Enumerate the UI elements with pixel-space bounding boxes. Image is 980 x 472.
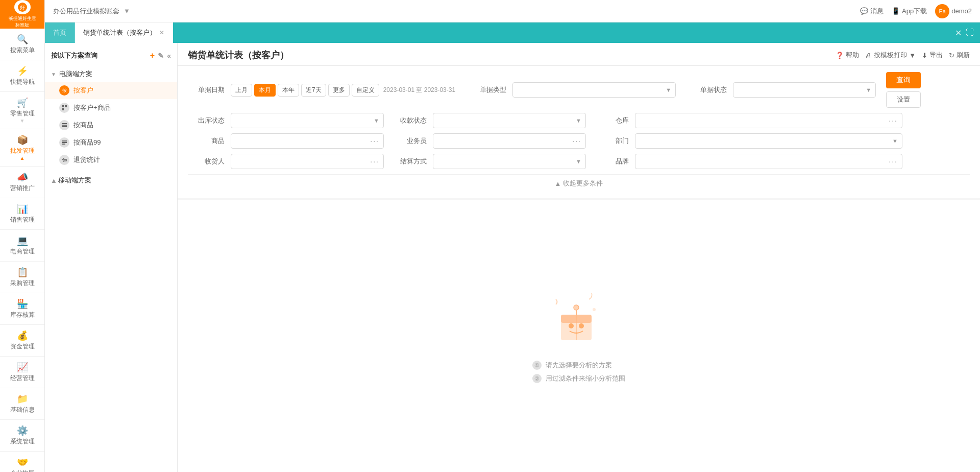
tip-1-num: ① (532, 361, 542, 370)
last-month-btn[interactable]: 上月 (231, 84, 252, 97)
this-month-btn[interactable]: 本月 (254, 84, 276, 97)
sidebar-item-search[interactable]: 🔍 搜索菜单 (0, 29, 44, 60)
salesperson-label: 业务员 (390, 136, 427, 146)
page-actions: ❓ 帮助 🖨 按模板打印 ▼ ⬇ 导出 ↻ 刷新 (836, 51, 970, 60)
pc-scheme-arrow: ▼ (51, 72, 56, 77)
brand-label: 品牌 (592, 157, 629, 166)
tab-home[interactable]: 首页 (45, 22, 75, 43)
last-7-btn[interactable]: 近7天 (301, 84, 326, 97)
sidebar-item-purchase[interactable]: 📋 采购管理 (0, 262, 44, 293)
by-customer-product-label: 按客户+商品 (74, 103, 111, 112)
warehouse-select[interactable]: ··· (635, 113, 902, 128)
product-select[interactable]: ··· (231, 133, 384, 149)
brand-dots-icon: ··· (889, 157, 898, 166)
brand-select[interactable]: ··· (635, 154, 902, 169)
message-btn[interactable]: 💬 消息 (860, 7, 884, 16)
settlement-arrow-icon: ▼ (576, 158, 581, 164)
sidebar-item-system[interactable]: ⚙️ 系统管理 (0, 420, 44, 452)
sidebar-item-sales-mgr[interactable]: 📊 销售管理 (0, 198, 44, 230)
bill-status-select[interactable]: ▼ (733, 82, 876, 98)
logo-text: 畅捷通好生意 (9, 15, 36, 22)
scheme-item-by-product-99[interactable]: 按商品99 (45, 134, 177, 151)
maximize-icon[interactable]: ⛶ (966, 28, 974, 37)
sidebar-item-finance[interactable]: 💰 资金管理 (0, 325, 44, 357)
pc-scheme-title[interactable]: ▼ 电脑端方案 (45, 66, 177, 82)
header-right: 💬 消息 📱 App下载 Ea demo2 (860, 4, 972, 18)
settlement-select[interactable]: ▼ (433, 154, 586, 169)
mobile-scheme-title[interactable]: ▶ 移动端方案 (45, 173, 177, 188)
main-area: 办公用品行业模拟账套 ▼ 💬 消息 📱 App下载 Ea demo2 首页 (45, 0, 980, 472)
return-stats-label: 退货统计 (74, 155, 100, 164)
app-download-btn[interactable]: 📱 App下载 (892, 7, 927, 16)
dept-select[interactable]: ▼ (635, 133, 902, 149)
sidebar-item-marketing-label: 营销推广 (10, 184, 35, 193)
export-btn[interactable]: ⬇ 导出 (922, 51, 943, 60)
user-profile[interactable]: Ea demo2 (935, 4, 972, 18)
collapse-label: 收起更多条件 (563, 179, 603, 188)
sidebar-item-ops-label: 经营管理 (10, 374, 35, 383)
collab-icon: 🤝 (17, 457, 28, 468)
product-label: 商品 (188, 136, 225, 146)
avatar-text: Ea (939, 8, 946, 14)
add-scheme-btn[interactable]: + (150, 51, 155, 60)
dropdown-arrow[interactable]: ▼ (124, 7, 130, 15)
search-btn[interactable]: 查询 (886, 72, 921, 88)
tip-2-num: ② (532, 374, 542, 383)
date-group: 上月 本月 本年 近7天 更多 自定义 2023-03-01 至 2023-03… (231, 84, 455, 97)
ops-icon: 📈 (17, 362, 28, 373)
svg-rect-8 (62, 140, 67, 141)
scheme-item-by-product[interactable]: 按商品 (45, 116, 177, 134)
scheme-item-by-customer[interactable]: 按 按客户 (45, 82, 177, 99)
refresh-btn[interactable]: ↻ 刷新 (949, 51, 970, 60)
sidebar-item-inventory[interactable]: 🏪 库存核算 (0, 293, 44, 325)
close-tab-icon[interactable]: ✕ (159, 29, 164, 36)
tab-bar: 首页 销货单统计表（按客户） ✕ ✕ ⛶ (45, 22, 980, 43)
sidebar-item-quick-nav[interactable]: ⚡ 快捷导航 (0, 60, 44, 92)
sidebar-item-basic[interactable]: 📁 基础信息 (0, 388, 44, 420)
help-btn[interactable]: ❓ 帮助 (836, 51, 859, 60)
dept-label: 部门 (592, 136, 629, 146)
close-window-icon[interactable]: ✕ (955, 28, 962, 38)
pc-scheme-section: ▼ 电脑端方案 按 按客户 按客户+商品 按商 (45, 64, 177, 171)
purchase-icon: 📋 (17, 267, 28, 278)
template-print-btn[interactable]: 🖨 按模板打印 ▼ (865, 51, 916, 60)
filter-row-1: 单据日期 上月 本月 本年 近7天 更多 自定义 2023-03-01 至 20… (188, 72, 970, 108)
app-logo[interactable]: 好 畅捷通好生意 标雅版 (0, 0, 45, 29)
scheme-item-return-stats[interactable]: 退货统计 (45, 151, 177, 169)
sidebar-item-ecom[interactable]: 💻 电商管理 (0, 230, 44, 262)
bill-status-arrow-icon: ▼ (866, 87, 871, 93)
receipt-status-select[interactable]: ▼ (433, 113, 586, 128)
scheme-item-by-customer-product[interactable]: 按客户+商品 (45, 99, 177, 116)
sidebar-item-retail[interactable]: 🛒 零售管理 ▼ (0, 92, 44, 129)
sidebar-item-collab[interactable]: 🤝 企业协同 (0, 452, 44, 472)
sidebar-item-marketing[interactable]: 📣 营销推广 (0, 167, 44, 198)
pc-scheme-title-label: 电脑端方案 (59, 69, 92, 79)
sidebar-item-inventory-label: 库存核算 (10, 311, 35, 319)
tab-sales-stats[interactable]: 销货单统计表（按客户） ✕ (75, 22, 173, 43)
sidebar-item-ops[interactable]: 📈 经营管理 (0, 357, 44, 388)
custom-btn[interactable]: 自定义 (352, 84, 379, 97)
settings-btn[interactable]: 设置 (886, 91, 921, 108)
collapse-btn[interactable]: ▲ 收起更多条件 (555, 179, 603, 188)
message-icon: 💬 (860, 7, 868, 15)
bill-type-select[interactable]: ▼ (512, 82, 676, 98)
sidebar-item-wholesale[interactable]: 📦 批发管理 ▲ (0, 129, 44, 167)
by-customer-product-icon (59, 103, 69, 113)
out-status-select[interactable]: ▼ (231, 113, 384, 128)
salesperson-select[interactable]: ··· (433, 133, 586, 149)
filter-row-4: 收货人 ··· 结算方式 ▼ 品牌 ··· (188, 154, 970, 169)
recipient-select[interactable]: ··· (231, 154, 384, 169)
sidebar-item-collab-label: 企业协同 (10, 469, 35, 472)
tab-home-label: 首页 (53, 28, 66, 37)
app-title: 办公用品行业模拟账套 (53, 7, 119, 16)
collapse-panel-btn[interactable]: « (167, 52, 171, 60)
content-wrapper: 按以下方案查询 + ✎ « ▼ 电脑端方案 按 按客户 (45, 43, 980, 472)
this-year-btn[interactable]: 本年 (278, 84, 299, 97)
wholesale-icon: 📦 (17, 134, 28, 146)
avatar: Ea (935, 4, 949, 18)
warehouse-label: 仓库 (592, 116, 629, 125)
edit-scheme-btn[interactable]: ✎ (158, 52, 164, 60)
more-btn[interactable]: 更多 (328, 84, 350, 97)
left-panel-actions: + ✎ « (150, 51, 171, 60)
empty-tips: ① 请先选择要分析的方案 ② 用过滤条件来缩小分析范围 (532, 361, 625, 383)
